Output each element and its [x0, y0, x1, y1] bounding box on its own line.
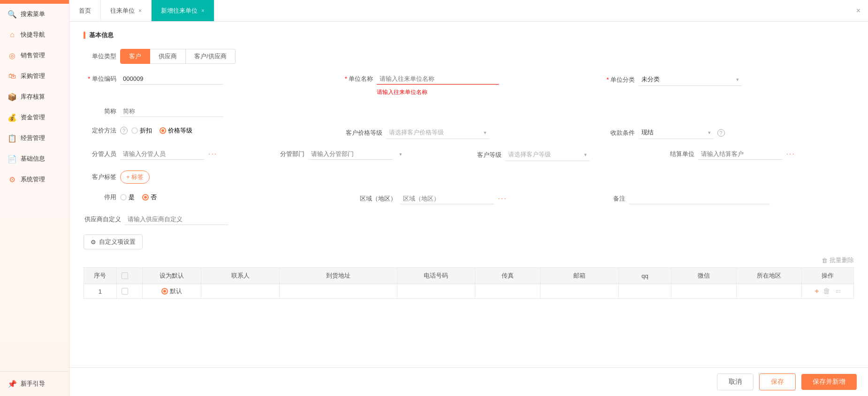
- row-add-button[interactable]: +: [815, 287, 819, 295]
- payment-help-icon[interactable]: ?: [717, 129, 725, 137]
- row-phone: [397, 284, 475, 299]
- customer-price-placeholder: 请选择客户价格等级: [389, 128, 482, 137]
- type-btn-both[interactable]: 客户/供应商: [186, 49, 236, 64]
- unit-name-label: 单位名称: [340, 75, 373, 83]
- department-input[interactable]: [308, 148, 393, 160]
- customer-price-select[interactable]: 请选择客户价格等级 ▾: [386, 126, 489, 139]
- tab-new-partner[interactable]: 新增往来单位 ×: [152, 0, 214, 21]
- sidebar-item-guide[interactable]: 📌 新手引导: [0, 375, 69, 392]
- sidebar-item-inventory[interactable]: 📦 库存核算: [0, 86, 69, 107]
- basic-info-icon: 📄: [8, 154, 17, 163]
- department-select[interactable]: ▾: [396, 149, 406, 159]
- form-group-abbrev: 简称: [84, 106, 854, 117]
- region-input[interactable]: [400, 193, 494, 204]
- settlement-input[interactable]: [698, 148, 783, 160]
- section-basic-info-label: 基本信息: [89, 31, 114, 39]
- sidebar-item-search[interactable]: 🔍 搜索菜单: [0, 4, 69, 24]
- row-default-label: 默认: [170, 287, 182, 295]
- row-default-radio[interactable]: [161, 288, 168, 295]
- content-area: 基本信息 单位类型 客户 供应商 客户/供应商 单位编码 单位名称: [69, 22, 868, 367]
- tab-partners[interactable]: 往来单位 ×: [101, 0, 152, 21]
- sidebar-item-operations[interactable]: 📋 经营管理: [0, 128, 69, 148]
- form-group-manager: 分管人员 ···: [84, 148, 276, 160]
- row-delete-button[interactable]: 🗑: [823, 287, 830, 295]
- form-row-abbrev: 简称: [84, 106, 854, 117]
- cancel-button[interactable]: 取消: [717, 373, 754, 390]
- remark-input[interactable]: [629, 193, 770, 204]
- yes-radio-circle: [120, 194, 127, 201]
- gear-icon: ⚙: [91, 239, 96, 246]
- disabled-radio-yes[interactable]: 是: [120, 193, 135, 202]
- form-row-manager: 分管人员 ··· 分管部门 ▾ 客户等级 请选择客户等级 ▾ 结算单位: [84, 148, 854, 161]
- customer-level-label: 客户等级: [473, 151, 502, 159]
- unit-category-select[interactable]: 未分类 ▾: [639, 73, 742, 86]
- form-row-code-name-cat: 单位编码 单位名称 请输入往来单位名称 单位分类 未分类 ▾: [84, 73, 854, 96]
- region-dots-btn[interactable]: ···: [498, 194, 507, 203]
- pricing-help-icon[interactable]: ?: [120, 127, 128, 134]
- customer-level-select[interactable]: 请选择客户等级 ▾: [505, 148, 590, 161]
- form-group-region: 区域（地区） ···: [340, 193, 597, 204]
- sidebar-item-quick-nav[interactable]: ⌂ 快捷导航: [0, 24, 69, 45]
- th-default: 设为默认: [143, 268, 201, 284]
- sidebar-item-purchase[interactable]: 🛍 采购管理: [0, 66, 69, 86]
- guide-icon: 📌: [8, 379, 17, 388]
- pricing-radio-level[interactable]: 价格等级: [160, 126, 192, 135]
- manager-dots-btn[interactable]: ···: [208, 150, 217, 158]
- disabled-radio-no[interactable]: 否: [142, 193, 157, 202]
- row-contact: [201, 284, 280, 299]
- th-phone: 电话号码: [397, 268, 475, 284]
- type-btn-customer[interactable]: 客户: [120, 49, 150, 64]
- row-drag-handle[interactable]: ⠿: [834, 289, 841, 294]
- form-group-disabled: 停用 是 否: [84, 193, 340, 202]
- chevron-down-icon2: ▾: [484, 130, 487, 136]
- payment-select[interactable]: 现结 ▾: [639, 126, 714, 139]
- add-tag-button[interactable]: + 标签: [120, 171, 150, 184]
- sidebar-item-finance[interactable]: 💰 资金管理: [0, 107, 69, 128]
- sidebar-item-purchase-label: 采购管理: [21, 72, 45, 80]
- chevron-down-icon4: ▾: [399, 151, 402, 157]
- supplier-custom-input[interactable]: [125, 214, 228, 225]
- unit-name-input[interactable]: [377, 73, 499, 85]
- tab-partners-label: 往来单位: [110, 7, 135, 15]
- tab-partners-close[interactable]: ×: [138, 8, 142, 14]
- pricing-radio-group: 折扣 价格等级: [131, 126, 192, 135]
- row-qq: [619, 284, 671, 299]
- manager-input[interactable]: [120, 148, 205, 160]
- purchase-icon: 🛍: [8, 71, 17, 81]
- header-checkbox[interactable]: [122, 272, 128, 279]
- manager-label: 分管人员: [84, 150, 116, 158]
- th-address: 到货地址: [280, 268, 397, 284]
- batch-delete-label[interactable]: 批量删除: [830, 256, 854, 264]
- delete-icon: 🗑: [822, 257, 828, 264]
- abbrev-input[interactable]: [120, 106, 223, 117]
- sidebar-bottom: 📌 新手引导: [0, 371, 69, 396]
- unit-code-input[interactable]: [120, 73, 223, 85]
- save-and-new-button[interactable]: 保存并新增: [801, 374, 857, 390]
- sidebar-item-quick-nav-label: 快捷导航: [21, 31, 45, 39]
- tab-new-partner-close[interactable]: ×: [201, 8, 205, 14]
- payment-value: 现结: [641, 128, 706, 137]
- settlement-dots-btn[interactable]: ···: [786, 150, 795, 158]
- type-btn-supplier[interactable]: 供应商: [150, 49, 186, 64]
- pricing-radio-discount[interactable]: 折扣: [131, 126, 152, 135]
- th-email: 邮箱: [541, 268, 619, 284]
- department-label: 分管部门: [276, 150, 305, 158]
- row-actions: + 🗑 ⠿: [801, 284, 853, 299]
- close-all-button[interactable]: ×: [849, 7, 868, 15]
- chevron-down-icon5: ▾: [584, 152, 587, 158]
- sidebar-item-system[interactable]: ⚙ 系统管理: [0, 169, 69, 190]
- sidebar-item-sales[interactable]: ◎ 销售管理: [0, 45, 69, 66]
- tab-home[interactable]: 首页: [69, 0, 101, 21]
- level-label: 价格等级: [168, 126, 192, 135]
- section-title-bar: [84, 31, 85, 39]
- save-button[interactable]: 保存: [759, 373, 796, 390]
- inventory-icon: 📦: [8, 92, 17, 101]
- unit-name-error: 请输入往来单位名称: [377, 89, 427, 95]
- sidebar-item-basic-info[interactable]: 📄 基础信息: [0, 148, 69, 169]
- form-group-unit-category: 单位分类 未分类 ▾: [597, 73, 854, 86]
- unit-category-label: 单位分类: [607, 76, 635, 84]
- row-checkbox[interactable]: [122, 288, 128, 295]
- form-group-supplier-custom: 供应商自定义: [84, 214, 854, 225]
- row-region: [736, 284, 801, 299]
- custom-settings-button[interactable]: ⚙ 自定义项设置: [84, 234, 143, 249]
